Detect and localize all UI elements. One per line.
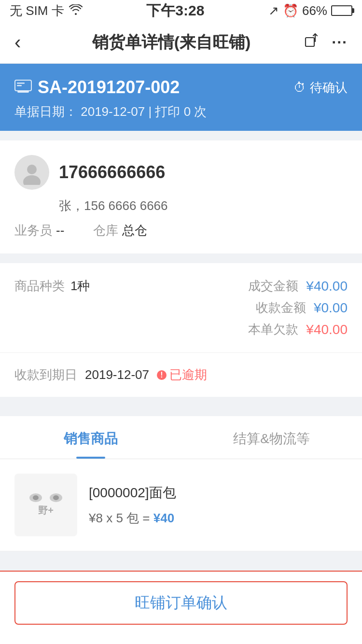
summary-card: 商品种类 1种 成交金额 ¥40.00 收款金额 ¥0.00 本单欠款 ¥40.… (0, 263, 362, 352)
order-icon (14, 77, 32, 98)
product-price-row: ¥8 x 5 包 = ¥40 (89, 510, 348, 527)
order-id-text: SA-20191207-002 (38, 77, 180, 98)
salesperson-value: -- (56, 223, 64, 238)
order-meta: 单据日期： 2019-12-07 | 打印 0 次 (14, 103, 348, 120)
tab-settlement[interactable]: 结算&物流等 (181, 416, 362, 459)
product-equals: = (142, 511, 153, 525)
product-type-label: 商品种类 (14, 278, 65, 294)
owl-label: 野+ (38, 504, 54, 517)
received-label: 收款金额 (256, 299, 306, 316)
tab-underline (76, 457, 105, 459)
nav-actions: ··· (299, 33, 348, 52)
owl-left-eye (29, 493, 42, 502)
location-icon: ↗ (268, 3, 279, 18)
status-left: 无 SIM 卡 (10, 2, 83, 19)
battery-icon (331, 5, 352, 16)
status-clock-icon: ⏱ (293, 80, 306, 95)
product-unit-price: ¥8 (89, 511, 103, 525)
wifi-icon (69, 3, 83, 18)
due-date-row: 收款到期日 2019-12-07 ! 已逾期 (0, 352, 362, 397)
overdue-text: 已逾期 (169, 366, 207, 383)
avatar (14, 155, 49, 190)
tabs-container: 销售商品 结算&物流等 (0, 416, 362, 459)
tab-sales-product[interactable]: 销售商品 (0, 416, 181, 459)
more-icon[interactable]: ··· (332, 33, 348, 51)
confirm-order-button[interactable]: 旺铺订单确认 (14, 581, 348, 625)
customer-details: 业务员 -- 仓库 总仓 (14, 222, 348, 239)
warehouse-value: 总仓 (122, 222, 147, 239)
owed-label: 本单欠款 (248, 321, 298, 338)
page-title: 销货单详情(来自旺铺) (43, 31, 299, 54)
order-header-card: SA-20191207-002 ⏱ 待确认 单据日期： 2019-12-07 |… (0, 64, 362, 131)
svg-rect-3 (17, 83, 25, 84)
svg-rect-0 (306, 38, 314, 46)
received-value: ¥0.00 (314, 300, 348, 316)
warehouse-label: 仓库 (93, 222, 118, 239)
table-row: 野+ [0000002]面包 ¥8 x 5 包 = ¥40 (0, 459, 362, 551)
status-badge: ⏱ 待确认 (293, 79, 348, 96)
carrier-text: 无 SIM 卡 (10, 2, 64, 19)
due-date-value: 2019-12-07 (85, 367, 149, 382)
svg-point-6 (27, 165, 37, 174)
customer-name: 张，156 6666 6666 (14, 197, 348, 214)
customer-phone: 17666666666 (59, 162, 165, 182)
svg-rect-2 (17, 91, 29, 93)
section-divider-1 (0, 253, 362, 263)
owl-right-eye (50, 493, 62, 502)
salesperson-label: 业务员 (14, 222, 52, 239)
status-right: ↗ ⏰ 66% (268, 3, 352, 18)
share-icon[interactable] (305, 33, 320, 52)
transaction-label: 成交金额 (248, 278, 298, 294)
transaction-value: ¥40.00 (306, 279, 348, 294)
product-type-value: 1种 (70, 278, 90, 294)
back-button[interactable]: ‹ (14, 31, 43, 53)
status-bar: 无 SIM 卡 下午3:28 ↗ ⏰ 66% (0, 0, 362, 21)
order-id: SA-20191207-002 (14, 77, 180, 98)
owed-value: ¥40.00 (306, 322, 348, 337)
status-time: 下午3:28 (146, 1, 204, 21)
product-qty: 5 (116, 511, 123, 525)
product-info: [0000002]面包 ¥8 x 5 包 = ¥40 (89, 484, 348, 527)
product-multiply: x (106, 511, 116, 525)
status-text: 待确认 (310, 79, 348, 96)
nav-bar: ‹ 销货单详情(来自旺铺) ··· (0, 21, 362, 64)
product-list: 野+ [0000002]面包 ¥8 x 5 包 = ¥40 (0, 459, 362, 551)
customer-card: 17666666666 张，156 6666 6666 业务员 -- 仓库 总仓 (0, 140, 362, 253)
overdue-icon: ! (157, 370, 167, 380)
product-total: ¥40 (153, 511, 174, 525)
due-date-label: 收款到期日 (14, 366, 77, 383)
overdue-badge: ! 已逾期 (157, 366, 207, 383)
section-divider-2 (0, 397, 362, 406)
product-thumbnail: 野+ (14, 474, 77, 536)
svg-rect-4 (17, 85, 22, 86)
battery-percent: 66% (302, 3, 327, 18)
confirm-btn-wrapper: 旺铺订单确认 (0, 571, 362, 644)
product-unit: 包 (126, 511, 139, 525)
product-name: [0000002]面包 (89, 484, 348, 502)
owl-eyes (29, 493, 62, 502)
alarm-icon: ⏰ (283, 3, 298, 18)
